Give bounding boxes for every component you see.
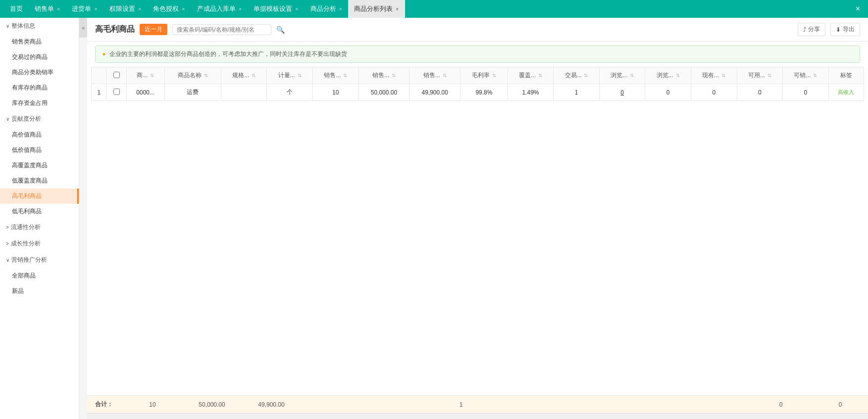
col-header-browse2[interactable]: 浏览... ⇅ (645, 67, 691, 84)
footer-sales-amount: 50,000.00 (192, 401, 232, 408)
col-header-gross_margin[interactable]: 毛利率 ⇅ (460, 67, 508, 84)
col-header-sales_qty[interactable]: 销售... ⇅ (312, 67, 358, 84)
col-header-index (92, 67, 106, 84)
nav-close-icon[interactable]: × (57, 6, 60, 12)
sort-icon-browse1: ⇅ (628, 73, 634, 78)
cell-index: 1 (92, 84, 106, 101)
sidebar-item-高覆盖度商品[interactable]: 高覆盖度商品 (0, 158, 79, 173)
sidebar-item-全部商品[interactable]: 全部商品 (0, 268, 79, 283)
sidebar-section-整体信息[interactable]: ∨整体信息 (0, 18, 79, 34)
col-header-available_stock[interactable]: 可用... ⇅ (737, 67, 783, 84)
nav-item-进货单[interactable]: 进货单× (66, 0, 103, 18)
horizontal-scrollbar[interactable] (87, 413, 868, 419)
col-header-current_stock[interactable]: 现有... ⇅ (691, 67, 737, 84)
footer-sales-qty: 10 (133, 401, 172, 408)
col-header-spec[interactable]: 规格... ⇅ (221, 67, 267, 84)
sidebar-item-低价值商品[interactable]: 低价值商品 (0, 142, 79, 158)
sidebar-item-低毛利商品[interactable]: 低毛利商品 (0, 204, 79, 219)
nav-item-角色授权[interactable]: 角色授权× (147, 0, 191, 18)
sidebar-item-库存资金占用[interactable]: 库存资金占用 (0, 95, 79, 111)
col-header-sales_profit[interactable]: 销售... ⇅ (409, 67, 460, 84)
sidebar-item-销售类商品[interactable]: 销售类商品 (0, 34, 79, 49)
nav-item-权限设置[interactable]: 权限设置× (103, 0, 147, 18)
browse-link[interactable]: 0 (620, 89, 624, 96)
cell-available_stock: 0 (737, 84, 783, 101)
sidebar-item-交易过的商品[interactable]: 交易过的商品 (0, 49, 79, 65)
sidebar-item-高价值商品[interactable]: 高价值商品 (0, 127, 79, 142)
nav-close-icon[interactable]: × (295, 6, 298, 12)
nav-item-商品分析列表[interactable]: 商品分析列表× (348, 0, 405, 18)
row-checkbox[interactable] (113, 89, 120, 95)
sort-icon-sales_amount: ⇅ (390, 73, 396, 78)
col-header-coverage[interactable]: 覆盖... ⇅ (508, 67, 554, 84)
cell-trade: 1 (554, 84, 600, 101)
col-header-sellable_stock[interactable]: 可销... ⇅ (783, 67, 829, 84)
col-header-tag: 标签 (828, 67, 864, 84)
col-header-name[interactable]: 商品名称 ⇅ (164, 67, 221, 84)
section-label: 整体信息 (11, 22, 35, 30)
nav-close-icon[interactable]: × (138, 6, 141, 12)
status-badge: 高收入 (838, 89, 854, 95)
section-label: 流通性分析 (11, 223, 41, 232)
export-icon: ⬇ (836, 26, 841, 33)
sidebar-section-成长性分析[interactable]: >成长性分析 (0, 235, 79, 252)
cell-sellable_stock: 0 (783, 84, 829, 101)
section-arrow-icon: ∨ (6, 257, 9, 263)
sidebar-section-营销推广分析[interactable]: ∨营销推广分析 (0, 252, 79, 268)
sort-icon-browse2: ⇅ (674, 73, 680, 78)
nav-item-商品分析[interactable]: 商品分析× (305, 0, 348, 18)
sort-icon-name: ⇅ (203, 73, 208, 78)
cell-code: 0000... (126, 84, 164, 101)
page-title: 高毛利商品 (95, 24, 135, 35)
search-icon-btn[interactable]: 🔍 (276, 26, 285, 34)
nav-item-首页[interactable]: 首页 (4, 0, 29, 18)
cell-sales_qty: 10 (312, 84, 358, 101)
cell-tag: 高收入 (828, 84, 864, 101)
nav-close-icon[interactable]: × (339, 6, 342, 12)
close-window-btn[interactable]: × (852, 4, 864, 13)
sort-icon-current_stock: ⇅ (720, 73, 725, 78)
nav-item-产成品入库单[interactable]: 产成品入库单× (191, 0, 248, 18)
cell-coverage: 1.49% (508, 84, 554, 101)
sidebar-item-有库存的商品[interactable]: 有库存的商品 (0, 80, 79, 95)
cell-current_stock: 0 (691, 84, 737, 101)
sidebar-section-贡献度分析[interactable]: ∨贡献度分析 (0, 111, 79, 127)
col-header-sales_amount[interactable]: 销售... ⇅ (358, 67, 409, 84)
col-header-code[interactable]: 商... ⇅ (126, 67, 164, 84)
sort-icon-spec: ⇅ (250, 73, 255, 78)
col-header-trade[interactable]: 交易... ⇅ (554, 67, 600, 84)
cell-gross_margin: 99.8% (460, 84, 508, 101)
share-icon: ⤴ (803, 26, 806, 33)
share-btn[interactable]: ⤴ 分享 (798, 23, 825, 36)
export-btn[interactable]: ⬇ 导出 (830, 23, 860, 36)
col-header-browse1[interactable]: 浏览... ⇅ (599, 67, 645, 84)
col-header-checkbox (106, 67, 126, 84)
col-header-unit[interactable]: 计量... ⇅ (267, 67, 313, 84)
cell-checkbox (106, 84, 126, 101)
info-icon: ✦ (102, 51, 106, 58)
footer-available-stock: 0 (761, 401, 801, 408)
sidebar-toggle-btn[interactable]: « (79, 18, 87, 38)
nav-close-icon[interactable]: × (396, 6, 399, 12)
sidebar-item-商品分类助销率[interactable]: 商品分类助销率 (0, 65, 79, 80)
select-all-checkbox[interactable] (113, 72, 120, 78)
sidebar: ∨整体信息销售类商品交易过的商品商品分类助销率有库存的商品库存资金占用∨贡献度分… (0, 18, 79, 419)
info-text: 企业的主要的利润都是这部分商品创造的，可考虑加大推广，同时关注库存是不要出现缺货 (109, 50, 347, 58)
sidebar-item-低覆盖度商品[interactable]: 低覆盖度商品 (0, 173, 79, 188)
content-header: 高毛利商品 近一月 🔍 ⤴ 分享 ⬇ 导出 (87, 18, 868, 42)
sidebar-item-高毛利商品[interactable]: 高毛利商品 (0, 188, 79, 204)
search-input[interactable] (172, 24, 271, 35)
nav-close-icon[interactable]: × (182, 6, 185, 12)
sidebar-section-流通性分析[interactable]: >流通性分析 (0, 219, 79, 235)
cell-browse1[interactable]: 0 (599, 84, 645, 101)
filter-btn[interactable]: 近一月 (140, 24, 167, 35)
footer-sellable-stock: 0 (820, 401, 860, 408)
sidebar-item-新品[interactable]: 新品 (0, 283, 79, 299)
section-arrow-icon: ∨ (6, 116, 9, 122)
nav-close-icon[interactable]: × (94, 6, 97, 12)
cell-name: 运费 (164, 84, 221, 101)
footer-sales-profit: 49,900.00 (252, 401, 291, 408)
nav-close-icon[interactable]: × (239, 6, 242, 12)
nav-item-单据模板设置[interactable]: 单据模板设置× (248, 0, 304, 18)
nav-item-销售单[interactable]: 销售单× (29, 0, 66, 18)
